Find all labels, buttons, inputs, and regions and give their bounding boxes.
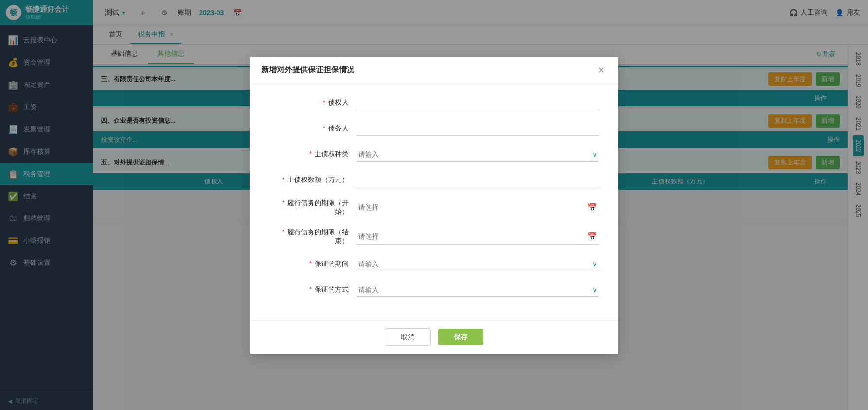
form-label-period-start: * 履行债务的期限（开始） [269, 199, 356, 216]
period-end-input[interactable] [358, 232, 587, 240]
guarantee-method-input[interactable] [358, 286, 592, 294]
period-start-input[interactable] [358, 203, 587, 211]
debtor-input[interactable] [356, 122, 599, 136]
calendar-end-icon: 📅 [587, 232, 597, 241]
form-label-guarantee-method: * 保证的方式 [269, 285, 356, 294]
form-label-debtor: * 债务人 [269, 124, 356, 133]
modal-close-btn[interactable]: ✕ [595, 65, 607, 76]
form-label-creditor: * 债权人 [269, 98, 356, 107]
form-field-period-end: * 履行债务的期限（结束） 📅 [269, 228, 599, 246]
save-button[interactable]: 保存 [438, 329, 483, 345]
claim-amount-input[interactable] [356, 173, 599, 187]
form-field-claim-type: * 主债权种类 ∨ [269, 148, 599, 162]
modal-body: * 债权人 * 债务人 * [250, 84, 618, 320]
guarantee-period-select[interactable]: ∨ [356, 257, 599, 271]
guarantee-method-chevron-icon: ∨ [592, 286, 597, 294]
guarantee-method-select[interactable]: ∨ [356, 283, 599, 297]
form-field-guarantee-method: * 保证的方式 ∨ [269, 283, 599, 297]
claim-type-select[interactable]: ∨ [356, 148, 599, 162]
form-field-debtor: * 债务人 [269, 122, 599, 136]
claim-type-input[interactable] [358, 150, 592, 158]
form-label-claim-amount: * 主债权数额（万元） [269, 176, 356, 184]
form-field-claim-amount: * 主债权数额（万元） [269, 173, 599, 187]
modal-header: 新增对外提供保证担保情况 ✕ [250, 57, 618, 84]
form-field-period-start: * 履行债务的期限（开始） 📅 [269, 199, 599, 216]
guarantee-period-input[interactable] [358, 260, 592, 268]
modal-title: 新增对外提供保证担保情况 [261, 65, 354, 75]
period-start-date[interactable]: 📅 [356, 200, 599, 215]
form-field-guarantee-period: * 保证的期间 ∨ [269, 257, 599, 271]
creditor-input[interactable] [356, 96, 599, 110]
form-label-period-end: * 履行债务的期限（结束） [269, 228, 356, 246]
guarantee-period-chevron-icon: ∨ [592, 260, 597, 268]
form-field-creditor: * 债权人 [269, 96, 599, 110]
period-end-date[interactable]: 📅 [356, 229, 599, 245]
modal-footer: 取消 保存 [250, 320, 618, 354]
calendar-start-icon: 📅 [587, 203, 597, 212]
cancel-button[interactable]: 取消 [385, 328, 431, 346]
modal-backdrop: 新增对外提供保证担保情况 ✕ * 债权人 * 债务人 [0, 0, 868, 410]
form-label-claim-type: * 主债权种类 [269, 150, 356, 159]
modal-add-guarantee: 新增对外提供保证担保情况 ✕ * 债权人 * 债务人 [250, 57, 618, 354]
claim-type-chevron-icon: ∨ [592, 150, 597, 158]
form-label-guarantee-period: * 保证的期间 [269, 260, 356, 268]
